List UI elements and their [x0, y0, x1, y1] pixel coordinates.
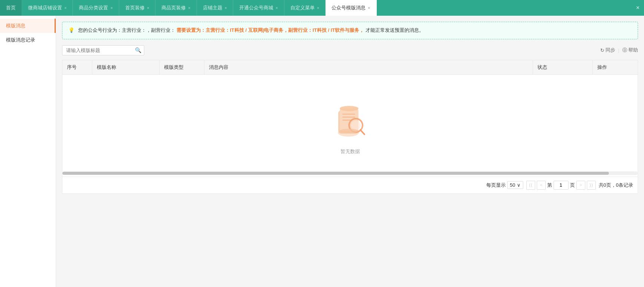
notice-suffix: 才能正常发送预置的消息。 — [366, 27, 424, 33]
content-area: 💡 您的公众号行业为：主营行业：，副营行业： 需要设置为：主营行业：IT科技 /… — [56, 16, 644, 287]
col-action: 操作 — [593, 60, 638, 74]
total-info: 共0页，0条记录 — [599, 182, 633, 189]
notice-highlight: 需要设置为：主营行业：IT科技 / 互联网|电子商务，副营行业：IT科技 / I… — [176, 27, 364, 33]
scrollbar-thumb — [62, 172, 609, 175]
page-nav: ⟨⟨ ＜ 第 页 ＞ ⟩⟩ — [526, 181, 596, 190]
close-tab-custom-menu[interactable]: × — [317, 6, 319, 10]
close-tab-shop-settings[interactable]: × — [64, 6, 67, 10]
search-icon[interactable]: 🔍 — [135, 47, 141, 53]
search-input-wrapper: 🔍 — [62, 45, 144, 55]
search-bar: 🔍 ↻ 同步 | ⓪ 帮助 — [62, 45, 638, 55]
sidebar-item-template-records[interactable]: 模版消息记录 — [0, 33, 56, 47]
next-page-button[interactable]: ＞ — [576, 181, 585, 190]
search-left: 🔍 — [62, 45, 144, 55]
close-tab-home-decoration[interactable]: × — [147, 6, 149, 10]
col-type: 模版类型 — [160, 60, 204, 74]
sidebar-item-template-message[interactable]: 模版消息 — [0, 19, 56, 33]
tab-open-wechat-mall[interactable]: 开通公众号商城 × — [233, 0, 284, 16]
page-input[interactable] — [554, 181, 568, 190]
tab-home[interactable]: 首页 — [0, 0, 22, 16]
search-input[interactable] — [62, 45, 144, 55]
horizontal-scrollbar[interactable] — [62, 171, 638, 175]
tab-category-settings[interactable]: 商品分类设置 × — [73, 0, 119, 16]
col-content: 消息内容 — [204, 60, 533, 74]
tab-shop-settings[interactable]: 微商城店铺设置 × — [22, 0, 73, 16]
sidebar: 模版消息 模版消息记录 — [0, 16, 56, 287]
col-status: 状态 — [533, 60, 593, 74]
empty-state: 暂无数据 — [62, 75, 638, 170]
divider: | — [618, 48, 619, 53]
sync-icon: ↻ — [600, 48, 604, 53]
chevron-down-icon: ∨ — [517, 182, 521, 188]
tab-shop-theme[interactable]: 店铺主题 × — [197, 0, 233, 16]
help-icon: ⓪ — [622, 47, 627, 54]
notice-icon: 💡 — [68, 27, 74, 33]
svg-point-6 — [340, 106, 358, 111]
prev-page-button[interactable]: ＜ — [537, 181, 546, 190]
table-header: 序号 模版名称 模版类型 消息内容 状态 操作 — [62, 60, 638, 75]
close-tab-open-wechat-mall[interactable]: × — [275, 6, 278, 10]
help-label: 帮助 — [628, 47, 638, 54]
col-index: 序号 — [62, 60, 92, 74]
notice-banner: 💡 您的公众号行业为：主营行业：，副营行业： 需要设置为：主营行业：IT科技 /… — [62, 22, 638, 39]
search-right: ↻ 同步 | ⓪ 帮助 — [600, 47, 638, 54]
empty-text: 暂无数据 — [341, 148, 360, 155]
close-tab-product-decoration[interactable]: × — [188, 6, 190, 10]
tab-template-message[interactable]: 公众号模版消息 × — [326, 0, 376, 16]
empty-icon — [328, 97, 373, 142]
page-unit: 页 — [570, 182, 575, 189]
tab-home-decoration[interactable]: 首页装修 × — [119, 0, 155, 16]
global-close-button[interactable]: × — [636, 4, 640, 11]
tab-custom-menu[interactable]: 自定义菜单 × — [284, 0, 326, 16]
first-page-button[interactable]: ⟨⟨ — [526, 181, 535, 190]
per-page-label: 每页显示 — [486, 182, 506, 189]
col-name: 模版名称 — [92, 60, 160, 74]
table-container: 序号 模版名称 模版类型 消息内容 状态 操作 — [62, 60, 638, 194]
per-page-select[interactable]: 50 ∨ — [507, 181, 523, 189]
svg-line-9 — [360, 130, 364, 134]
tab-bar: 首页 微商城店铺设置 × 商品分类设置 × 首页装修 × 商品页装修 × 店铺主… — [0, 0, 644, 16]
page-size-select: 每页显示 50 ∨ — [486, 181, 523, 189]
notice-prefix: 您的公众号行业为：主营行业：，副营行业： — [78, 27, 175, 33]
per-page-value: 50 — [510, 182, 515, 188]
last-page-button[interactable]: ⟩⟩ — [587, 181, 596, 190]
svg-point-8 — [351, 120, 361, 130]
tab-product-decoration[interactable]: 商品页装修 × — [155, 0, 197, 16]
help-button[interactable]: ⓪ 帮助 — [622, 47, 638, 54]
sync-label: 同步 — [606, 47, 615, 54]
close-tab-template-message[interactable]: × — [368, 6, 370, 10]
svg-point-10 — [340, 129, 358, 133]
pagination: 每页显示 50 ∨ ⟨⟨ ＜ 第 页 ＞ ⟩⟩ 共0页，0条记录 — [62, 177, 638, 193]
main-layout: 模版消息 模版消息记录 💡 您的公众号行业为：主营行业：，副营行业： 需要设置为… — [0, 16, 644, 287]
sync-button[interactable]: ↻ 同步 — [600, 47, 615, 54]
close-tab-category-settings[interactable]: × — [110, 6, 113, 10]
page-label: 第 — [547, 182, 552, 189]
close-tab-shop-theme[interactable]: × — [225, 6, 227, 10]
